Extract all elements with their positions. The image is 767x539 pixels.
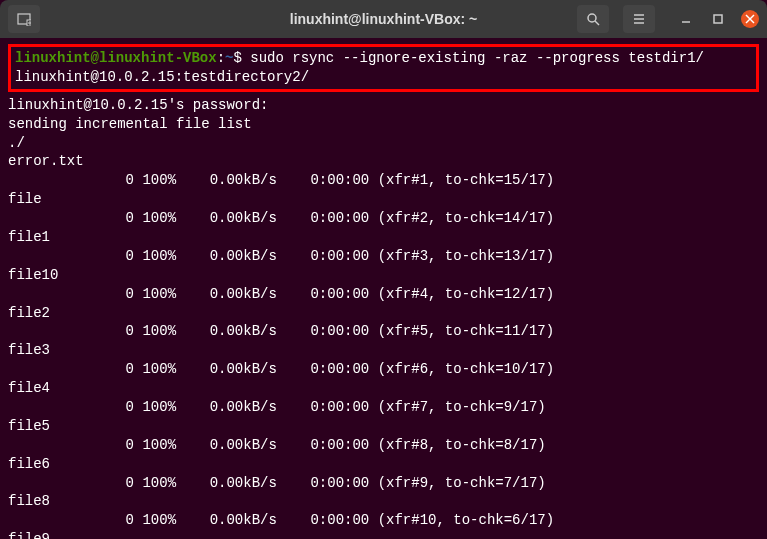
transfer-filename: file2	[8, 304, 759, 323]
titlebar-left	[8, 5, 40, 33]
transfer-progress: 0 100% 0.00kB/s 0:00:00 (xfr#10, to-chk=…	[8, 511, 759, 530]
terminal-tab-icon	[17, 12, 31, 26]
transfer-filename: file9	[8, 530, 759, 539]
transfer-progress: 0 100% 0.00kB/s 0:00:00 (xfr#4, to-chk=1…	[8, 285, 759, 304]
close-button[interactable]	[741, 10, 759, 28]
transfer-filename: file3	[8, 341, 759, 360]
maximize-button[interactable]	[709, 10, 727, 28]
prompt-user-host: linuxhint@linuxhint-VBox	[15, 50, 217, 66]
minimize-button[interactable]	[677, 10, 695, 28]
transfer-progress: 0 100% 0.00kB/s 0:00:00 (xfr#5, to-chk=1…	[8, 322, 759, 341]
svg-line-5	[595, 21, 599, 25]
prompt-dollar: $	[233, 50, 241, 66]
transfer-progress: 0 100% 0.00kB/s 0:00:00 (xfr#6, to-chk=1…	[8, 360, 759, 379]
window-title: linuxhint@linuxhint-VBox: ~	[290, 11, 477, 27]
close-icon	[745, 14, 755, 24]
window-controls	[677, 10, 759, 28]
dotslash-line: ./	[8, 134, 759, 153]
transfer-list: error.txt 0 100% 0.00kB/s 0:00:00 (xfr#1…	[8, 152, 759, 539]
transfer-progress: 0 100% 0.00kB/s 0:00:00 (xfr#7, to-chk=9…	[8, 398, 759, 417]
terminal-body[interactable]: linuxhint@linuxhint-VBox:~$ sudo rsync -…	[0, 38, 767, 539]
prompt-separator: :	[217, 50, 225, 66]
transfer-progress: 0 100% 0.00kB/s 0:00:00 (xfr#3, to-chk=1…	[8, 247, 759, 266]
titlebar-right	[577, 5, 759, 33]
sending-line: sending incremental file list	[8, 115, 759, 134]
hamburger-menu-button[interactable]	[623, 5, 655, 33]
transfer-filename: file	[8, 190, 759, 209]
svg-point-4	[588, 14, 596, 22]
transfer-progress: 0 100% 0.00kB/s 0:00:00 (xfr#2, to-chk=1…	[8, 209, 759, 228]
transfer-progress: 0 100% 0.00kB/s 0:00:00 (xfr#9, to-chk=7…	[8, 474, 759, 493]
minimize-icon	[680, 13, 692, 25]
new-tab-button[interactable]	[8, 5, 40, 33]
window-titlebar: linuxhint@linuxhint-VBox: ~	[0, 0, 767, 38]
transfer-filename: file6	[8, 455, 759, 474]
search-icon	[586, 12, 600, 26]
transfer-filename: file1	[8, 228, 759, 247]
transfer-progress: 0 100% 0.00kB/s 0:00:00 (xfr#1, to-chk=1…	[8, 171, 759, 190]
svg-rect-10	[714, 15, 722, 23]
command-highlight-box: linuxhint@linuxhint-VBox:~$ sudo rsync -…	[8, 44, 759, 92]
search-button[interactable]	[577, 5, 609, 33]
password-prompt-line: linuxhint@10.0.2.15's password:	[8, 96, 759, 115]
transfer-filename: file10	[8, 266, 759, 285]
transfer-progress: 0 100% 0.00kB/s 0:00:00 (xfr#8, to-chk=8…	[8, 436, 759, 455]
transfer-filename: file8	[8, 492, 759, 511]
transfer-filename: file5	[8, 417, 759, 436]
transfer-filename: error.txt	[8, 152, 759, 171]
maximize-icon	[712, 13, 724, 25]
transfer-filename: file4	[8, 379, 759, 398]
hamburger-icon	[632, 12, 646, 26]
